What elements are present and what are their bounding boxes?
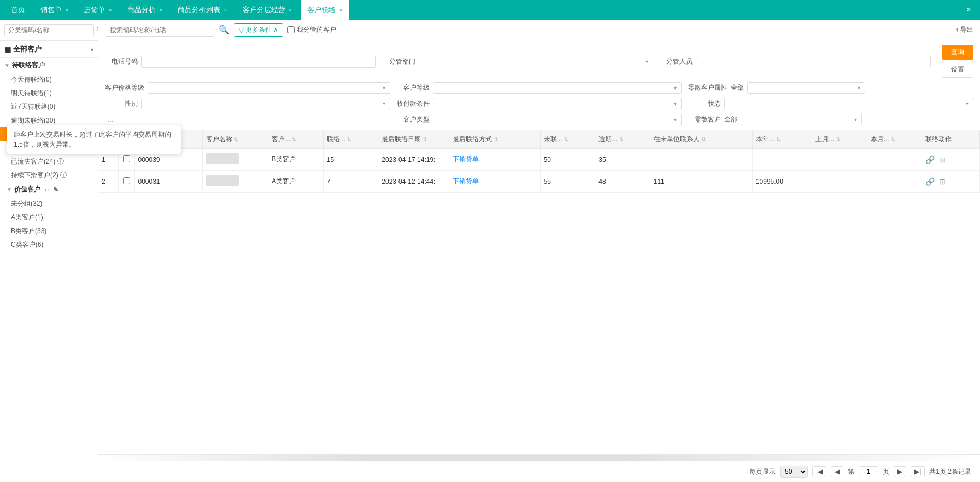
more-filter-link[interactable]: … xyxy=(105,116,116,124)
chevron-down-icon-pay: ▾ xyxy=(674,101,677,107)
filter-more-button[interactable]: ▽ 更多条件 ∧ xyxy=(234,23,283,37)
sort-icon-lastdate[interactable]: ⇅ xyxy=(422,136,427,142)
sidebar-item-churned[interactable]: 已流失客户(24) ⓘ xyxy=(0,155,98,169)
sidebar-item-tomorrow[interactable]: 明天待联络(1) xyxy=(0,86,98,100)
nav-purchase[interactable]: 进货单 × xyxy=(77,0,118,20)
filter-row-3: 性别 ▾ 收付款条件 ▾ 状态 xyxy=(105,98,973,109)
window-close-button[interactable]: × xyxy=(962,5,976,15)
horizontal-scrollbar[interactable] xyxy=(98,454,980,461)
my-customers-checkbox[interactable] xyxy=(287,26,295,33)
export-icon: ↑ xyxy=(955,26,959,34)
grid-icon: ▦ xyxy=(4,45,11,54)
phone-input[interactable] xyxy=(141,55,376,68)
th-category: 客户...⇅ xyxy=(268,130,324,149)
nav-product-analysis-close[interactable]: × xyxy=(159,7,162,13)
settings-button[interactable]: 设置 xyxy=(942,62,973,78)
filter-actions: 查询 设置 xyxy=(942,45,973,78)
row1-last-method[interactable]: 下销货单 xyxy=(453,155,479,163)
filter-cell-retail: 零散客户属性 全部 ▾ xyxy=(688,82,973,94)
first-page-button[interactable]: |◀ xyxy=(812,466,826,477)
sidebar-all-customers[interactable]: ▦ 全部客户 » xyxy=(0,41,98,58)
prev-page-button[interactable]: ◀ xyxy=(831,466,843,477)
table-body: 1 000039 B类客户 15 2023-04-17 14:19: 下销货单 … xyxy=(98,149,980,193)
nav-sales[interactable]: 销售单 × xyxy=(34,0,75,20)
filter-row-4: … 客户类型 ▾ 零散客户 全部 ▾ xyxy=(105,114,973,125)
last-page-button[interactable]: ▶| xyxy=(911,466,925,477)
sort-icon-name[interactable]: ⇅ xyxy=(234,136,238,142)
nav-product-analysis[interactable]: 商品分析 × xyxy=(121,0,169,20)
sidebar-group-pending[interactable]: ▼ 待联络客户 xyxy=(0,58,98,73)
customer-table: ⚙ 客户编码⇅ 客户名称⇅ 客户...⇅ xyxy=(98,130,980,193)
sort-icon-lastmonth[interactable]: ⇅ xyxy=(836,136,840,142)
sidebar-item-b-class[interactable]: B类客户(33) xyxy=(0,224,98,238)
sort-icon-thisyear[interactable]: ⇅ xyxy=(776,136,781,142)
content-area: 🔍 ▽ 更多条件 ∧ 我分管的客户 ↑ 导出 电话号码 xyxy=(98,20,980,482)
dept-select[interactable]: ▾ xyxy=(419,56,654,67)
next-page-button[interactable]: ▶ xyxy=(894,466,906,477)
sort-icon-lastmethod[interactable]: ⇅ xyxy=(494,136,498,142)
row2-grid-icon[interactable]: ⊞ xyxy=(939,177,946,186)
type-select[interactable]: ▾ xyxy=(433,114,682,125)
nav-customer-contact-close[interactable]: × xyxy=(339,7,342,13)
per-page-select[interactable]: 50 100 200 xyxy=(780,466,808,478)
query-button[interactable]: 查询 xyxy=(942,45,973,60)
edit-icon-value2[interactable]: ✎ xyxy=(53,186,58,194)
row1-actions: 🔗 ⊞ xyxy=(925,155,976,164)
person-select[interactable]: … xyxy=(696,56,931,67)
export-button[interactable]: ↑ 导出 xyxy=(955,25,973,34)
filter-search-input[interactable] xyxy=(105,24,214,37)
row1-grid-icon[interactable]: ⊞ xyxy=(939,155,946,164)
sort-icon-contact[interactable]: ⇅ xyxy=(347,136,351,142)
th-overdue: 逾期...⇅ xyxy=(595,130,650,149)
chevron-down-icon-type: ▾ xyxy=(674,117,677,123)
edit-icon-value[interactable]: ○ xyxy=(45,186,49,194)
page-suffix: 页 xyxy=(883,467,889,477)
page-number-input[interactable] xyxy=(859,466,878,477)
sort-icon-liaison[interactable]: ⇅ xyxy=(701,136,706,142)
gender-select[interactable]: ▾ xyxy=(141,98,390,109)
row2-link-icon[interactable]: 🔗 xyxy=(925,177,935,186)
filter-search-button[interactable]: 🔍 xyxy=(219,25,230,35)
retail2-select[interactable]: ▾ xyxy=(741,114,862,125)
sort-icon-uncontact[interactable]: ⇅ xyxy=(564,136,568,142)
chevron-down-icon-person: … xyxy=(920,59,926,65)
sidebar-search-input[interactable] xyxy=(4,24,94,36)
level-select[interactable]: ▾ xyxy=(433,82,682,94)
sidebar-group-value[interactable]: ▼ 价值客户 ○ ✎ xyxy=(0,182,98,197)
sidebar-collapse-icon[interactable]: » xyxy=(90,47,93,53)
nav-sales-close[interactable]: × xyxy=(65,7,68,13)
nav-product-list[interactable]: 商品分析列表 × xyxy=(171,0,233,20)
nav-customer-contact[interactable]: 客户联络 × xyxy=(301,0,349,20)
pay-select[interactable]: ▾ xyxy=(433,98,682,109)
nav-customer-mgmt-close[interactable]: × xyxy=(289,7,292,13)
row2-checkbox[interactable] xyxy=(123,177,130,184)
nav-home[interactable]: 首页 xyxy=(4,0,32,20)
price-select[interactable]: ▾ xyxy=(148,82,390,94)
nav-purchase-close[interactable]: × xyxy=(108,7,112,13)
sort-icon-overdue[interactable]: ⇅ xyxy=(619,136,623,142)
sidebar-item-today[interactable]: 今天待联络(0) xyxy=(0,73,98,86)
sidebar-item-7days[interactable]: 近7天待联络(0) xyxy=(0,100,98,114)
sidebar-item-a-class[interactable]: A类客户(1) xyxy=(0,211,98,224)
nav-product-list-close[interactable]: × xyxy=(224,7,227,13)
th-last-date: 最后联络日期⇅ xyxy=(378,130,449,149)
table-row: 2 000031 A类客户 7 2023-04-12 14:44: 下销货单 5… xyxy=(98,171,980,193)
chevron-up-icon: ∧ xyxy=(273,26,278,34)
row2-last-method[interactable]: 下销货单 xyxy=(453,177,479,185)
row1-checkbox[interactable] xyxy=(123,155,130,162)
filter-cell-gender: 性别 ▾ xyxy=(105,98,390,109)
sort-icon-thismonth[interactable]: ⇅ xyxy=(891,136,895,142)
sidebar-item-c-class[interactable]: C类客户(6) xyxy=(0,238,98,252)
nav-customer-mgmt[interactable]: 客户分层经营 × xyxy=(236,0,298,20)
th-last-month: 上月...⇅ xyxy=(812,130,867,149)
status-select[interactable]: ▾ xyxy=(724,98,973,109)
sort-icon-category[interactable]: ⇅ xyxy=(292,136,296,142)
tooltip-box: 距客户上次交易时长，超过了此客户的平均交易周期的1.5倍，则视为异常。 xyxy=(7,125,181,154)
row1-link-icon[interactable]: 🔗 xyxy=(925,155,935,164)
retail-select[interactable]: ▾ xyxy=(747,82,865,94)
sidebar-item-ungrouped[interactable]: 未分组(32) xyxy=(0,197,98,211)
advanced-filter-panel: 电话号码 分管部门 ▾ 分管人员 … xyxy=(98,40,980,130)
filter-cell-person: 分管人员 … xyxy=(660,56,931,67)
sidebar-item-declining[interactable]: 持续下滑客户(2) ⓘ xyxy=(0,169,98,182)
my-customers-checkbox-label[interactable]: 我分管的客户 xyxy=(287,25,336,34)
